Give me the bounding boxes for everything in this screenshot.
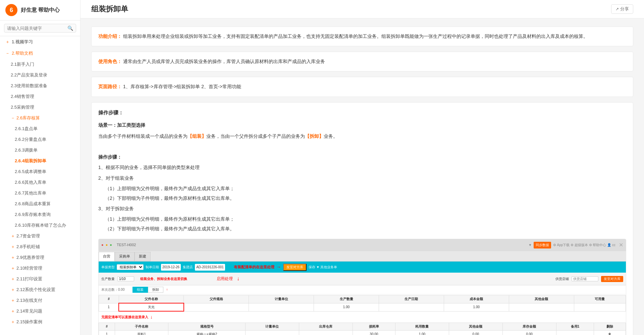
- lcol-unit: 计量单位: [246, 323, 299, 331]
- lcol-loss: 损耗率: [353, 323, 395, 331]
- arrow-down-2: ↓: [150, 313, 153, 321]
- table-row: 1 关光 1.00 1.00: [99, 303, 626, 311]
- role-label: 使用角色：: [98, 59, 122, 64]
- sidebar-item-2-6-2[interactable]: 2.6.2分量盘点单: [0, 134, 80, 145]
- mock-upper-table: # 父件名称 父件规格 计量单位 生产数量 生产日期 成本金额 其他金额 可用量: [99, 295, 626, 312]
- annotation4: 无固定清单可以直接在这里录入: [101, 314, 148, 320]
- path-card: 页面路径： 1、库存核算->库存管理->组装拆卸单 2、首页->常用功能: [91, 77, 633, 97]
- col-unit: 计量单位: [249, 295, 314, 303]
- role-text: 通常由生产人员或库管人员完成拆装业务的操作，库管人员确认原材料的出库和产成品的入…: [123, 59, 325, 64]
- tab-active[interactable]: 自营: [99, 252, 115, 261]
- ops-steps-subtitle: 操作步骤：: [98, 153, 626, 161]
- mock-qty-label: 生产数量: [101, 276, 115, 282]
- sidebar-item-2-6-9[interactable]: 2.6.9库存账本查询: [0, 209, 80, 220]
- topbar: 组装拆卸单 ↗ 分享: [80, 0, 644, 18]
- col-date: 生产日期: [379, 295, 444, 303]
- mock-doc-type-select[interactable]: 组装拆卸单: [117, 264, 144, 270]
- sidebar-item-2[interactable]: － 2.帮助文档: [0, 48, 80, 59]
- col-cost: 成本金额: [444, 295, 509, 303]
- step1: 1、根据不同的业务，选择不同单据的类型来处理: [98, 163, 626, 172]
- lcol-wh: 出库仓库: [299, 323, 353, 331]
- share-icon: ↗: [615, 7, 619, 11]
- arrow-right: →: [276, 263, 281, 271]
- sidebar-item-2-6-5[interactable]: 2.6.5成本调整单: [0, 166, 80, 177]
- lcol-spec: 规格型号: [168, 323, 246, 331]
- tab-new[interactable]: 新建: [135, 252, 151, 261]
- sidebar-item-2-6-7[interactable]: 2.6.7其他出库单: [0, 188, 80, 199]
- mock-type-label: 本次总数：0.00: [101, 287, 124, 293]
- mock-date-val: 2019-12-26: [161, 264, 181, 271]
- step2-sub2: （2）下部明细为子件明细，最终作为原材料生成其它出库单。: [105, 194, 626, 203]
- screenshot-container: ●●● TEST-H002 ▼ 同步数据 ⚙ App下载 ⚙ 超级版本 ⚙ 帮助…: [98, 239, 626, 335]
- tab-purchase[interactable]: 采购单: [115, 252, 135, 261]
- search-box: 🔍: [0, 20, 80, 36]
- step3-sub2: （2）下部明细为子件明细，最终作为产成品生成其它入库单。: [105, 225, 626, 233]
- col-name: 父件名称: [119, 295, 184, 303]
- step3-sub1: （1）上部明细为父件明细，最终作为原材料生成其它出库单；: [105, 215, 626, 223]
- search-input[interactable]: [7, 26, 67, 31]
- mock-doc-type-label: 单据类型: [101, 264, 115, 270]
- col-qty: 生产数量: [314, 295, 379, 303]
- arrow-down-1: ↓: [237, 274, 239, 284]
- mock-confirm-btn[interactable]: 发至对方库: [283, 264, 307, 271]
- lcol-id: #: [99, 323, 115, 331]
- mock-type-assemble[interactable]: 组装: [132, 287, 148, 293]
- annotation3-text: 启用处理: [217, 275, 233, 283]
- search-input-wrap[interactable]: 🔍: [4, 24, 76, 33]
- mock-supplier-input[interactable]: [572, 276, 598, 281]
- col-id: #: [99, 295, 119, 303]
- sidebar-item-2-9[interactable]: ＋ 2.9优惠券管理: [0, 252, 80, 263]
- logo-icon: 6: [5, 4, 17, 16]
- sidebar-item-2-12[interactable]: ＋ 2.12系统个性化设置: [0, 284, 80, 295]
- scenario1-title: 场景一：加工类型选择: [98, 121, 626, 129]
- sidebar-item-2-14[interactable]: ＋ 2.14常见问题: [0, 306, 80, 317]
- sidebar-item-2-6-6[interactable]: 2.6.6其他入库单: [0, 177, 80, 188]
- desc-text: 当由多个子件材料组装成一个成品的业务为【组装】业务，当由一个父件拆分成多个子产品…: [98, 133, 338, 139]
- sidebar-item-2-13[interactable]: ＋ 2.13在线支付: [0, 295, 80, 306]
- mock-date-label: 制单日期: [146, 264, 159, 270]
- screenshot-title: TEST-H002: [117, 242, 136, 248]
- lcol-qty: 耗用数量: [395, 323, 449, 331]
- scenario1-desc: 当由多个子件材料组装成一个成品的业务为【组装】业务，当由一个父件拆分成多个子产品…: [98, 132, 626, 141]
- path-text: 1、库存核算->库存管理->组装拆卸单 2、首页->常用功能: [123, 84, 241, 89]
- page-title: 组装拆卸单: [91, 4, 128, 14]
- sidebar-item-2-1[interactable]: 2.1新手入门: [0, 59, 80, 70]
- mock-qty-input[interactable]: [117, 276, 134, 281]
- sidebar-item-2-2[interactable]: 2.2产品安装及登录: [0, 70, 80, 80]
- search-icon[interactable]: 🔍: [67, 25, 73, 31]
- step2: 2、对于组装业务: [98, 174, 626, 182]
- annotation2: 组装业务、拆卸业务在这里切换: [140, 276, 187, 282]
- sidebar-header: 6 好生意 帮助中心: [0, 0, 80, 20]
- sidebar-item-2-8[interactable]: ＋ 2.8手机旺铺: [0, 241, 80, 252]
- sidebar-item-2-6-1[interactable]: 2.6.1盘点单: [0, 123, 80, 134]
- sidebar-item-2-6[interactable]: － 2.6库存核算: [0, 113, 80, 123]
- sidebar-item-2-11[interactable]: ＋ 2.11打印设置: [0, 274, 80, 284]
- function-intro-card: 功能介绍： 组装拆卸单用来处理企业组装或拆卸等加工业务，支持有固定装配清单的产品…: [91, 26, 633, 46]
- mock-lower-table: # 子件名称 规格型号 计量单位 出库仓库 损耗率 耗用数量 其他金额 库存金额…: [99, 323, 626, 335]
- step3: 3、对于拆卸业务: [98, 205, 626, 213]
- plus-icon: ＋: [5, 39, 10, 45]
- sidebar-item-2-6-10[interactable]: 2.6.10库存账本错了怎么办: [0, 220, 80, 231]
- sidebar-item-2-3[interactable]: 2.3使用前数据准备: [0, 80, 80, 91]
- lcol-stock: 库存金额: [502, 323, 556, 331]
- mock-type-disassemble[interactable]: 拆卸: [148, 287, 163, 293]
- sidebar-item-2-6-4[interactable]: 2.6.4组装拆卸单: [0, 156, 80, 166]
- nav-section: ＋ 1.视频学习 － 2.帮助文档 2.1新手入门 2.2产品安装及登录 2.3…: [0, 36, 80, 327]
- sidebar-item-2-7[interactable]: ＋ 2.7资金管理: [0, 231, 80, 241]
- plus-icon-2-7: ＋: [11, 233, 15, 239]
- lcol-spare1: 备用1: [556, 323, 594, 331]
- mock-farstore-btn[interactable]: 发至对方库: [601, 276, 623, 282]
- sidebar-item-2-4[interactable]: 2.4销售管理: [0, 91, 80, 102]
- share-button[interactable]: ↗ 分享: [611, 4, 633, 14]
- step2-sub1: （1）上部明细为父件明细，最终作为产成品生成其它入库单；: [105, 184, 626, 193]
- sidebar-item-2-10[interactable]: ＋ 2.10经营管理: [0, 263, 80, 274]
- sidebar-item-2-5[interactable]: 2.5采购管理: [0, 102, 80, 113]
- mock-group-label: 集团店: [183, 264, 193, 270]
- sidebar-item-1[interactable]: ＋ 1.视频学习: [0, 36, 80, 48]
- sidebar-item-2-15[interactable]: ＋ 2.15操作案例: [0, 317, 80, 327]
- sidebar-item-2-6-8[interactable]: 2.6.8商品成本重算: [0, 199, 80, 209]
- content-area: 功能介绍： 组装拆卸单用来处理企业组装或拆卸等加工业务，支持有固定装配清单的产品…: [80, 18, 644, 335]
- app-title: 好生意 帮助中心: [21, 7, 60, 14]
- sidebar-item-2-6-3[interactable]: 2.6.3调拨单: [0, 145, 80, 156]
- table-row: 1 原料1 规格一+规格2 30.00 1.00 0.00 0.00 🗑: [99, 331, 626, 335]
